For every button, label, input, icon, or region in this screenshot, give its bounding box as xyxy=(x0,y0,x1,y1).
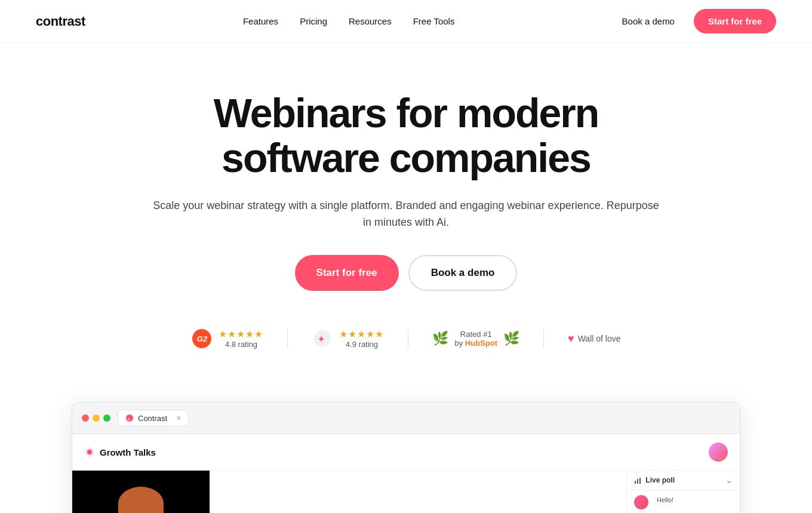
live-poll-label: Live poll xyxy=(634,476,675,484)
browser-mockup-wrap: c Contrast × Growth Talks xyxy=(60,402,752,513)
tab-close-icon[interactable]: × xyxy=(176,413,181,423)
logo[interactable]: contrast xyxy=(36,14,85,29)
webinar-title: Growth Talks xyxy=(84,447,156,457)
browser-dots xyxy=(82,414,110,422)
heart-icon: ♥ xyxy=(568,333,574,345)
dot-yellow xyxy=(93,414,100,422)
browser-tab: c Contrast × xyxy=(118,410,189,426)
nav-pricing[interactable]: Pricing xyxy=(300,16,327,26)
dot-green xyxy=(103,414,110,422)
presenter-video xyxy=(72,471,210,513)
capterra-rating: ✦ ★★★★★ 4.9 rating xyxy=(312,328,384,349)
sidebar-header: Live poll ⌄ xyxy=(627,471,740,490)
nav-resources[interactable]: Resources xyxy=(349,16,392,26)
svg-text:c: c xyxy=(128,416,131,422)
svg-rect-14 xyxy=(637,479,638,484)
nav-free-tools[interactable]: Free Tools xyxy=(413,16,455,26)
sidebar-expand-icon[interactable]: ⌄ xyxy=(725,475,733,485)
hubspot-text: HubSpot xyxy=(465,339,497,348)
start-for-free-button[interactable]: Start for free xyxy=(694,9,776,33)
divider-3 xyxy=(543,329,544,348)
book-demo-button[interactable]: Book a demo xyxy=(613,10,684,32)
webinar-ui: Growth Talks xyxy=(72,434,740,513)
nav-features[interactable]: Features xyxy=(243,16,278,26)
dot-red xyxy=(82,414,89,422)
g2-stars-group: ★★★★★ 4.8 rating xyxy=(219,328,263,349)
presenter-svg xyxy=(72,471,210,513)
svg-text:✦: ✦ xyxy=(318,334,325,344)
browser-tab-label: Contrast xyxy=(138,414,167,423)
svg-rect-13 xyxy=(635,481,636,484)
webinar-header: Growth Talks xyxy=(72,434,740,471)
capterra-svg-icon: ✦ xyxy=(313,329,332,348)
nav-links: Features Pricing Resources Free Tools xyxy=(243,16,455,26)
msg-1-content: Hello! xyxy=(657,495,673,503)
hubspot-rating: 🌿 Rated #1 by HubSpot 🌿 xyxy=(432,330,519,348)
hero-demo-button[interactable]: Book a demo xyxy=(408,255,518,291)
g2-rating: G2 ★★★★★ 4.8 rating xyxy=(191,328,263,349)
webinar-logo-icon xyxy=(84,447,95,457)
presenter-image xyxy=(72,471,210,513)
svg-point-5 xyxy=(87,450,92,454)
svg-rect-10 xyxy=(118,503,164,513)
chat-messages: Hello! Maxim Where're you joining from? … xyxy=(627,490,740,513)
hero-subtext: Scale your webinar strategy with a singl… xyxy=(149,197,663,232)
g2-icon: G2 xyxy=(191,328,213,349)
ratings-row: G2 ★★★★★ 4.8 rating ✦ ★★★★★ 4.9 rating xyxy=(149,322,663,378)
capterra-stars-group: ★★★★★ 4.9 rating xyxy=(339,328,384,349)
capterra-rating-text: 4.9 rating xyxy=(339,340,384,349)
msg-1-text: Hello! xyxy=(657,496,673,503)
bar-chart-icon xyxy=(634,477,641,484)
laurel-left-icon: 🌿 xyxy=(432,331,448,346)
msg-1: Hello! xyxy=(634,495,733,509)
hero-section: Webinars for modern software companies S… xyxy=(137,43,675,402)
capterra-icon: ✦ xyxy=(312,328,333,349)
webinar-sidebar: Live poll ⌄ Hello! xyxy=(626,471,740,513)
wall-of-love-label: Wall of love xyxy=(578,334,621,343)
msg-avatar-1 xyxy=(634,495,648,509)
navbar: contrast Features Pricing Resources Free… xyxy=(0,0,812,43)
svg-rect-15 xyxy=(639,478,641,484)
wall-of-love: ♥ Wall of love xyxy=(568,333,621,345)
webinar-host-avatar xyxy=(709,443,728,462)
hero-start-button[interactable]: Start for free xyxy=(295,255,399,291)
g2-stars: ★★★★★ xyxy=(219,328,263,340)
browser-mockup: c Contrast × Growth Talks xyxy=(72,402,740,513)
browser-bar: c Contrast × xyxy=(72,403,740,434)
contrast-tab-icon: c xyxy=(125,414,134,422)
rated-by: by HubSpot xyxy=(454,339,497,348)
g2-rating-text: 4.8 rating xyxy=(219,340,263,349)
hero-headline: Webinars for modern software companies xyxy=(149,91,663,180)
poll-area: POLL RESULTS Which marketing channel has… xyxy=(210,471,626,513)
divider-2 xyxy=(408,329,408,348)
webinar-body: POLL RESULTS Which marketing channel has… xyxy=(72,471,740,513)
capterra-stars: ★★★★★ xyxy=(339,328,384,340)
hero-buttons: Start for free Book a demo xyxy=(149,255,663,291)
laurel-right-icon: 🌿 xyxy=(503,331,519,346)
divider-1 xyxy=(287,329,288,348)
rated-badge: Rated #1 by HubSpot xyxy=(454,330,497,348)
rated-number: Rated #1 xyxy=(454,330,497,339)
nav-right: Book a demo Start for free xyxy=(613,9,776,33)
